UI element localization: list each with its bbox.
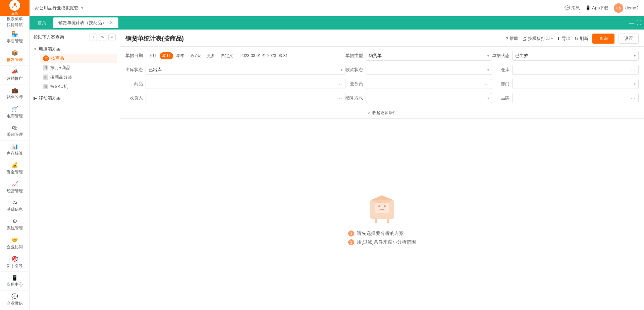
refresh-btn[interactable]: ↻ 刷新 <box>575 36 588 42</box>
out-status-control[interactable]: 已出库 ▾ <box>146 65 345 75</box>
sidebar-item-wechat[interactable]: 💬 企业微信 <box>0 291 30 309</box>
user-btn[interactable]: Ea demo2 <box>614 3 639 13</box>
tab-close-icon[interactable]: ✕ <box>110 20 113 25</box>
tree-parent-desktop[interactable]: ▼ 电脑端方案 <box>32 44 117 54</box>
staff-dots-icon: ··· <box>484 81 489 87</box>
tab-sales-stats[interactable]: 销货单统计表（按商品） ✕ <box>53 17 118 28</box>
sidebar-item-wholesale[interactable]: 📦 批发管理 <box>0 47 30 66</box>
tree-parent-desktop-label: 电脑端方案 <box>39 46 61 52</box>
by-sku-label: 按SKU机 <box>50 84 68 90</box>
wechat-icon: 💬 <box>11 293 18 300</box>
sidebar-item-system[interactable]: ⚙ 系统管理 <box>0 215 30 234</box>
export-icon: ⬆ <box>557 36 560 41</box>
ecommerce-icon: 🛒 <box>11 106 18 112</box>
date-tab-this-month[interactable]: 本月 <box>160 52 173 59</box>
date-tab-last-month[interactable]: 上月 <box>146 52 159 59</box>
sidebar-item-basic[interactable]: 🗂 基础信息 <box>0 197 30 215</box>
sidebar: 标版 搜索菜单 快捷导航 🏪 零售管理 📦 批发管理 📣 营销推广 💼 销售管理… <box>0 0 30 310</box>
sidebar-item-newbie[interactable]: 🎯 新手引导 <box>0 253 30 272</box>
sidebar-item-finance[interactable]: 💰 资金管理 <box>0 159 30 178</box>
out-status-dropdown-icon: ▾ <box>341 68 342 72</box>
tree-item-by-product[interactable]: 按 按商品 <box>40 54 117 63</box>
svg-point-3 <box>378 205 380 207</box>
collapse-bar[interactable]: ∧ 收起更多条件 <box>120 107 644 119</box>
tab-minimize-icon[interactable]: — <box>629 20 634 25</box>
sidebar-quick-nav[interactable]: 快捷导航 <box>0 22 30 28</box>
sidebar-item-operations[interactable]: 📈 经营管理 <box>0 178 30 197</box>
query-btn[interactable]: 查询 <box>592 34 614 44</box>
tab-expand-btn[interactable]: — ⛶ <box>629 20 641 25</box>
help-label: 帮助 <box>509 36 518 42</box>
date-label: 单据日期 <box>125 53 146 59</box>
date-tab-more[interactable]: 更多 <box>204 52 218 59</box>
print-dropdown-icon: ▾ <box>551 37 553 41</box>
sales-icon: 💼 <box>11 87 18 94</box>
message-btn[interactable]: 💬 消息 <box>565 5 580 11</box>
sidebar-item-appcenter[interactable]: 📱 应用中心 <box>0 272 30 291</box>
sidebar-item-wholesale-label: 批发管理 <box>7 57 23 63</box>
dropdown-arrow-icon[interactable]: ▾ <box>81 5 84 10</box>
date-tab-custom[interactable]: 自定义 <box>218 52 236 59</box>
sidebar-item-retail-label: 零售管理 <box>7 38 23 44</box>
sidebar-item-wechat-label: 企业微信 <box>7 301 23 306</box>
template-print-label: 按模板打印 <box>528 36 550 42</box>
staff-control[interactable]: ··· <box>366 79 492 89</box>
receiver-control[interactable]: ··· <box>146 93 345 103</box>
payment-label: 结算方式 <box>345 95 366 101</box>
sidebar-item-enterprise[interactable]: 🤝 企业协同 <box>0 234 30 253</box>
logo-icon <box>9 0 20 11</box>
date-tab-7days[interactable]: 近7天 <box>188 52 204 59</box>
empty-tip-1: 1 请先选择要分析的方案 <box>348 230 416 237</box>
sidebar-item-ecommerce[interactable]: 🛒 电商管理 <box>0 103 30 122</box>
help-icon: ? <box>506 36 508 41</box>
goods-control[interactable]: ··· <box>146 79 345 89</box>
sidebar-item-purchase[interactable]: 🛍 采购管理 <box>0 122 30 141</box>
filter-row-2: 出库状态 已出库 ▾ 收款状态 ▾ 仓库 <box>125 65 639 75</box>
goods-label: 商品 <box>125 81 146 87</box>
sidebar-item-marketing[interactable]: 📣 营销推广 <box>0 66 30 85</box>
tip1-text: 请先选择要分析的方案 <box>357 230 404 237</box>
tree-item-by-month-product[interactable]: 月 按月+商品 <box>40 63 117 72</box>
tree-item-by-sku[interactable]: 按 按SKU机 <box>40 82 117 91</box>
empty-tip-2: 2 用[过滤]条件来缩小分析范围 <box>348 239 416 245</box>
tab-sales-stats-label: 销货单统计表（按商品） <box>58 20 106 26</box>
out-status-value: 已出库 <box>149 67 162 73</box>
newbie-icon: 🎯 <box>11 256 18 262</box>
operations-icon: 📈 <box>11 181 18 187</box>
sidebar-logo[interactable]: 标版 <box>0 0 30 16</box>
tree-item-by-category[interactable]: 回 按商品分类 <box>40 72 117 82</box>
tab-fullscreen-icon[interactable]: ⛶ <box>637 20 641 25</box>
dept-control[interactable]: ▾ <box>512 79 639 89</box>
tree-parent-mobile[interactable]: ▶ 移动端方案 <box>32 93 117 103</box>
tab-home[interactable]: 首页 <box>32 17 52 28</box>
by-product-label: 按商品 <box>51 55 64 61</box>
status-control[interactable]: 已生效 ▾ <box>512 51 639 61</box>
sidebar-item-inventory[interactable]: 📊 库存核算 <box>0 141 30 159</box>
filter-receiver: 收货人 ··· <box>125 93 345 103</box>
settings-btn[interactable]: 设置 <box>619 34 639 44</box>
sidebar-item-enterprise-label: 企业协同 <box>7 244 23 250</box>
print-icon: 🖨 <box>522 36 527 41</box>
payment-control[interactable]: ▾ <box>366 93 492 103</box>
template-print-btn[interactable]: 🖨 按模板打印 ▾ <box>522 36 553 42</box>
date-range-value: 2023-03-01 至 2023-03-31 <box>240 53 288 59</box>
brand-control[interactable]: ··· <box>512 93 639 103</box>
export-btn[interactable]: ⬆ 导出 <box>557 36 571 42</box>
app-download-btn[interactable]: 📱 App下载 <box>585 5 608 11</box>
type-control[interactable]: 销货单 ▾ <box>366 51 492 61</box>
help-btn[interactable]: ? 帮助 <box>506 36 518 42</box>
sidebar-search-item[interactable]: 搜索菜单 <box>0 16 30 22</box>
receive-status-control[interactable]: ▾ <box>366 65 492 75</box>
dept-label: 部门 <box>492 81 512 87</box>
panel-edit-btn[interactable]: ✎ <box>99 34 106 41</box>
filter-staff: 业务员 ··· <box>345 79 492 89</box>
right-panel: 销货单统计表(按商品) ? 帮助 🖨 按模板打印 ▾ ⬆ 导出 <box>120 30 644 310</box>
warehouse-control[interactable]: ··· <box>512 65 639 75</box>
panel-collapse-btn[interactable]: « <box>108 34 116 41</box>
message-icon: 💬 <box>565 5 570 10</box>
date-tab-this-year[interactable]: 本年 <box>174 52 187 59</box>
filter-row-4: 收货人 ··· 结算方式 ▾ 品牌 <box>125 93 639 103</box>
sidebar-item-sales[interactable]: 💼 销售管理 <box>0 85 30 103</box>
sidebar-item-retail[interactable]: 🏪 零售管理 <box>0 28 30 47</box>
panel-add-btn[interactable]: + <box>90 34 97 41</box>
